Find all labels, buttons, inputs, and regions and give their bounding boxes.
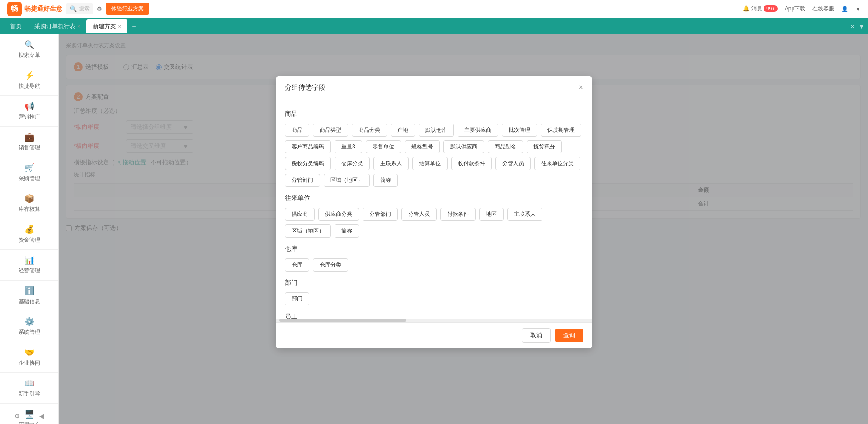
tag-region-product[interactable]: 区域（地区） [324, 174, 370, 187]
sidebar-item-finance[interactable]: 💰 资金管理 [0, 219, 58, 250]
tag-payment-terms[interactable]: 收付款条件 [451, 157, 492, 170]
tab-add[interactable]: ＋ [127, 20, 141, 32]
modal-hscrollbar[interactable] [276, 319, 592, 322]
sidebar-item-quicknav[interactable]: ⚡ 快捷导航 [0, 65, 58, 96]
system-icon: ⚙️ [24, 317, 34, 327]
sidebar-item-basicinfo[interactable]: ℹ️ 基础信息 [0, 281, 58, 311]
operations-icon: 📊 [24, 255, 34, 265]
search-icon: 🔍 [70, 5, 77, 12]
tag-pick-score[interactable]: 拣货积分 [527, 140, 562, 153]
tag-customer-sku[interactable]: 客户商品编码 [285, 140, 331, 153]
tag-warehouse[interactable]: 仓库 [285, 258, 309, 272]
section-warehouse-tags: 仓库 仓库分类 [285, 258, 583, 272]
tag-main-contact[interactable]: 主联系人 [373, 157, 409, 170]
tag-batch-mgmt[interactable]: 批次管理 [502, 124, 537, 137]
section-product-tags: 商品 商品类型 商品分类 产地 默认仓库 主要供应商 批次管理 保质期管理 客户… [285, 124, 583, 187]
tag-dept[interactable]: 部门 [285, 292, 309, 305]
tag-retail-unit[interactable]: 零售单位 [366, 140, 401, 153]
topbar: 畅 畅捷通好生意 🔍 搜索 ⚙ 体验行业方案 🔔 消息 99+ App下载 在线… [0, 0, 868, 18]
sidebar-item-operations[interactable]: 📊 经营管理 [0, 250, 58, 281]
tag-region-area-partner[interactable]: 区域（地区） [285, 224, 331, 238]
tag-dept-partner[interactable]: 分管部门 [363, 208, 398, 221]
user-avatar[interactable]: 👤 [841, 6, 848, 12]
tag-default-supplier[interactable]: 默认供应商 [443, 140, 484, 153]
section-dept-title: 部门 [285, 279, 583, 287]
tag-main-contact-partner[interactable]: 主联系人 [507, 208, 542, 221]
logo-text: 畅捷通好生意 [24, 5, 62, 13]
sidebar-item-newbie-label: 新手引导 [19, 390, 40, 398]
tag-supervisor[interactable]: 分管人员 [495, 157, 531, 170]
field-select-modal: 分组待选字段 × 商品 商品 商品类型 商品分类 产地 默认仓库 主要供应商 批… [276, 76, 592, 348]
tag-spec-model[interactable]: 规格型号 [405, 140, 440, 153]
tag-partner-category[interactable]: 往来单位分类 [534, 157, 580, 170]
tab-new-plan[interactable]: 新建方案 × [86, 19, 127, 33]
cancel-button[interactable]: 取消 [522, 328, 551, 343]
tag-warehouse-type[interactable]: 仓库分类 [313, 258, 348, 272]
sidebar-item-purchase-label: 采购管理 [19, 175, 40, 182]
sidebar-item-system[interactable]: ⚙️ 系统管理 [0, 311, 58, 342]
sidebar-item-search[interactable]: 🔍 搜索菜单 [0, 34, 58, 65]
nav-search[interactable]: 🔍 搜索 [66, 3, 93, 14]
online-service-link[interactable]: 在线客服 [812, 5, 834, 13]
tag-product-alias[interactable]: 商品别名 [488, 140, 523, 153]
sidebar-item-system-label: 系统管理 [19, 329, 40, 336]
message-label: 消息 [751, 5, 762, 12]
tag-supplier-category[interactable]: 供应商分类 [318, 208, 359, 221]
sidebar-item-operations-label: 经营管理 [19, 267, 40, 275]
sidebar-item-purchase[interactable]: 🛒 采购管理 [0, 157, 58, 188]
tab-bar-close[interactable]: ✕ [850, 23, 855, 30]
sidebar-collapse-icon[interactable]: ◀ [39, 413, 44, 419]
logo-icon: 畅 [7, 2, 22, 16]
sidebar-item-sales[interactable]: 💼 销售管理 [0, 127, 58, 157]
tag-main-supplier[interactable]: 主要供应商 [458, 124, 498, 137]
trial-btn[interactable]: 体验行业方案 [106, 3, 149, 15]
tag-shelf-life[interactable]: 保质期管理 [541, 124, 581, 137]
tag-tax-code[interactable]: 税收分类编码 [285, 157, 331, 170]
tag-abbr-product[interactable]: 简称 [373, 174, 398, 187]
tag-default-warehouse[interactable]: 默认仓库 [419, 124, 454, 137]
tag-weight3[interactable]: 重量3 [335, 140, 362, 153]
logo: 畅 畅捷通好生意 [7, 2, 62, 16]
app-download-link[interactable]: App下载 [785, 5, 805, 13]
modal-close-btn[interactable]: × [578, 83, 583, 92]
tag-product-type[interactable]: 商品类型 [313, 124, 348, 137]
section-partner-title: 往来单位 [285, 194, 583, 202]
message-area[interactable]: 🔔 消息 99+ [743, 5, 777, 13]
tag-product[interactable]: 商品 [285, 124, 309, 137]
modal-hscroll-thumb [279, 319, 406, 322]
sidebar-item-inventory[interactable]: 📦 库存核算 [0, 188, 58, 219]
sidebar-settings-icon[interactable]: ⚙ [14, 413, 20, 419]
tabbar: 首页 采购订单执行表 × 新建方案 × ＋ ✕ ▼ [0, 18, 868, 34]
sidebar-item-inventory-label: 库存核算 [19, 205, 40, 213]
tag-product-category[interactable]: 商品分类 [352, 124, 387, 137]
message-badge: 99+ [764, 5, 778, 12]
sidebar-item-newbie[interactable]: 📖 新手引导 [0, 373, 58, 404]
sidebar-item-sales-label: 销售管理 [19, 144, 40, 152]
tag-warehouse-category[interactable]: 仓库分类 [335, 157, 370, 170]
tag-supervisor-partner[interactable]: 分管人员 [401, 208, 437, 221]
tag-supplier[interactable]: 供应商 [285, 208, 315, 221]
tab-purchase-order[interactable]: 采购订单执行表 × [28, 19, 86, 33]
tab-purchase-order-close[interactable]: × [77, 24, 80, 29]
tag-abbr-partner[interactable]: 简称 [335, 224, 359, 238]
tag-region-partner[interactable]: 地区 [479, 208, 504, 221]
tag-origin[interactable]: 产地 [391, 124, 415, 137]
tab-new-plan-close[interactable]: × [118, 24, 121, 29]
sidebar-item-collab[interactable]: 🤝 企业协同 [0, 342, 58, 373]
topbar-left: 畅 畅捷通好生意 🔍 搜索 ⚙ 体验行业方案 [7, 2, 149, 16]
user-menu-icon[interactable]: ▼ [855, 6, 861, 12]
tab-home[interactable]: 首页 [4, 19, 28, 33]
tab-purchase-order-label: 采购订单执行表 [34, 22, 75, 30]
quicknav-icon: ⚡ [24, 71, 34, 81]
purchase-icon: 🛒 [24, 163, 34, 173]
tag-settlement-unit[interactable]: 结算单位 [412, 157, 448, 170]
settings-icon[interactable]: ⚙ [97, 5, 102, 12]
sidebar-item-marketing[interactable]: 📢 营销推广 [0, 96, 58, 127]
tab-bar-expand[interactable]: ▼ [859, 23, 864, 30]
tab-home-label: 首页 [10, 22, 22, 30]
tab-new-plan-label: 新建方案 [93, 22, 116, 30]
sidebar: 🔍 搜索菜单 ⚡ 快捷导航 📢 营销推广 💼 销售管理 🛒 采购管理 📦 库存核… [0, 34, 59, 424]
tag-payment-cond[interactable]: 付款条件 [440, 208, 476, 221]
tag-dept-managed[interactable]: 分管部门 [285, 174, 320, 187]
confirm-button[interactable]: 查询 [555, 329, 583, 342]
